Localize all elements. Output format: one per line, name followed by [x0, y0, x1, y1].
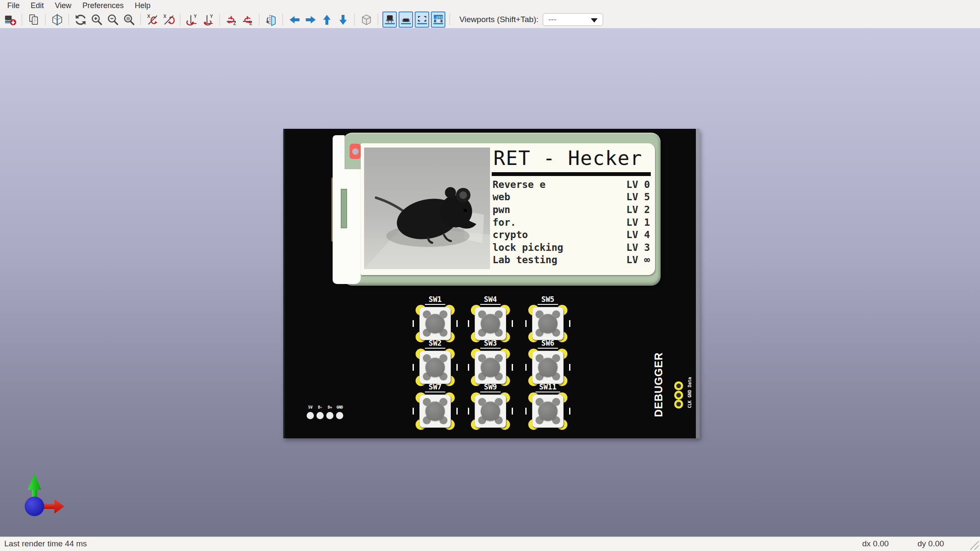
usb-pad-dplus: D+ — [325, 405, 335, 419]
redraw-button[interactable] — [73, 12, 88, 27]
switch-label: SW11 — [536, 383, 561, 392]
skill-level: LV 0 — [627, 179, 650, 190]
pad-circle — [307, 412, 314, 419]
tactile-switch-sw11[interactable]: SW11 — [527, 383, 568, 428]
skill-name: lock picking — [493, 242, 563, 253]
move-right-button[interactable] — [303, 12, 318, 27]
pcb-board[interactable]: RET - Hecker Reverse e LV 0 web LV 5 pwn… — [283, 129, 700, 438]
switch-label: SW2 — [425, 339, 446, 349]
tactile-switch-sw4[interactable]: SW4 — [470, 295, 511, 340]
zoom-out-icon — [106, 13, 120, 26]
menu-view[interactable]: View — [49, 0, 77, 11]
skill-row: web LV 5 — [493, 191, 650, 204]
refresh-icon — [74, 13, 87, 26]
skill-name: crypto — [493, 229, 528, 240]
rotate-z-cw-button[interactable]: Z — [224, 12, 239, 27]
svg-text:Y: Y — [210, 13, 213, 18]
switch-button[interactable] — [481, 401, 500, 421]
switch-button[interactable] — [425, 358, 445, 377]
resize-grip[interactable] — [969, 540, 979, 550]
zoom-fit-button[interactable] — [121, 12, 137, 27]
pad-label: D- — [318, 405, 322, 409]
rotate-y-ccw-icon: Y — [202, 13, 215, 26]
switch-label: SW3 — [480, 339, 501, 349]
rotate-x-ccw-button[interactable]: X — [161, 12, 176, 27]
show-virtual-models-toggle[interactable] — [415, 11, 429, 28]
flip-board-button[interactable] — [263, 12, 279, 27]
switch-body[interactable] — [419, 351, 452, 384]
show-smd-models-toggle[interactable] — [399, 11, 413, 28]
svg-text:Y: Y — [194, 13, 197, 18]
switch-button[interactable] — [481, 358, 500, 377]
3d-viewport[interactable]: RET - Hecker Reverse e LV 0 web LV 5 pwn… — [0, 28, 980, 537]
skill-name: for. — [493, 217, 516, 228]
toolbar: X X Y Y Z — [0, 11, 980, 28]
tactile-switch-sw2[interactable]: SW2 — [415, 339, 456, 384]
switch-body[interactable] — [531, 351, 564, 384]
switch-label: SW9 — [480, 383, 501, 392]
reset-button[interactable] — [350, 144, 361, 159]
switch-body[interactable] — [419, 307, 452, 340]
tactile-switch-sw7[interactable]: SW7 — [415, 383, 456, 428]
rotate-x-cw-button[interactable]: X — [145, 12, 160, 27]
menu-edit[interactable]: Edit — [25, 0, 49, 11]
move-up-button[interactable] — [319, 12, 334, 27]
copy-image-button[interactable] — [26, 12, 41, 27]
status-bar: Last render time 44 ms dx 0.00 dy 0.00 — [0, 537, 980, 551]
move-down-button[interactable] — [335, 12, 350, 27]
mouse-photo — [364, 148, 490, 269]
menu-preferences[interactable]: Preferences — [77, 0, 129, 11]
viewports-dropdown[interactable]: --- — [543, 13, 603, 26]
skill-name: Lab testing — [493, 254, 557, 265]
raytracing-button[interactable] — [49, 12, 65, 27]
switch-body[interactable] — [474, 307, 507, 340]
debug-pin-data: Data — [687, 377, 692, 387]
rotate-z-ccw-icon: Z — [241, 13, 254, 26]
menu-help[interactable]: Help — [129, 0, 156, 11]
debug-hole — [674, 391, 683, 400]
orthographic-projection-button[interactable] — [359, 12, 374, 27]
zoom-out-button[interactable] — [105, 12, 120, 27]
switch-body[interactable] — [531, 307, 564, 340]
smd-component-icon — [400, 14, 412, 26]
pad-circle — [316, 412, 324, 419]
switch-label: SW7 — [425, 383, 446, 392]
switch-body[interactable] — [474, 351, 507, 384]
menu-file[interactable]: File — [2, 0, 25, 11]
switch-body[interactable] — [474, 395, 507, 428]
tactile-switch-sw1[interactable]: SW1 — [415, 295, 456, 340]
debugger-label: DEBUGGER — [652, 375, 665, 417]
skill-row: crypto LV 4 — [493, 228, 650, 241]
show-pos-models-toggle[interactable]: .pos — [431, 11, 445, 28]
rotate-z-cw-icon: Z — [225, 13, 238, 26]
tactile-switch-sw3[interactable]: SW3 — [470, 339, 511, 384]
tactile-switch-sw6[interactable]: SW6 — [527, 339, 568, 384]
rotate-z-ccw-button[interactable]: Z — [240, 12, 255, 27]
switch-button[interactable] — [481, 314, 500, 333]
switch-button[interactable] — [538, 314, 558, 333]
skill-level: LV 1 — [627, 217, 650, 228]
switch-body[interactable] — [419, 395, 452, 428]
rotate-y-cw-button[interactable]: Y — [184, 12, 199, 27]
arrow-right-icon — [304, 13, 317, 26]
move-left-button[interactable] — [287, 12, 302, 27]
pad-circle — [336, 412, 343, 419]
switch-button[interactable] — [425, 314, 445, 333]
show-th-models-toggle[interactable] — [382, 11, 397, 28]
arrow-up-icon — [320, 13, 333, 26]
debug-hole — [674, 400, 683, 409]
reload-board-button[interactable] — [3, 12, 18, 27]
tactile-switch-sw9[interactable]: SW9 — [470, 383, 511, 428]
toolbar-separator — [68, 14, 69, 26]
zoom-in-button[interactable] — [89, 12, 104, 27]
switch-body[interactable] — [531, 395, 564, 428]
switch-button[interactable] — [425, 401, 445, 421]
title-divider — [492, 172, 651, 176]
switch-label: SW5 — [538, 295, 558, 305]
svg-text:X: X — [147, 13, 150, 18]
toolbar-separator — [259, 14, 259, 26]
switch-button[interactable] — [538, 358, 558, 377]
tactile-switch-sw5[interactable]: SW5 — [527, 295, 568, 340]
rotate-y-ccw-button[interactable]: Y — [200, 12, 216, 27]
switch-button[interactable] — [538, 401, 558, 421]
